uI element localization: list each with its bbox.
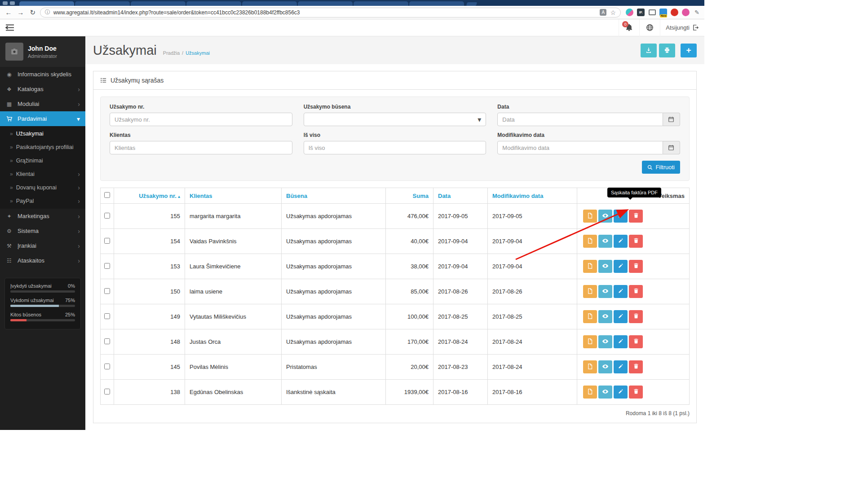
row-checkbox[interactable]: [104, 263, 110, 269]
total-input[interactable]: [304, 141, 486, 154]
browser-tab[interactable]: [354, 1, 408, 6]
invoice-pdf-button[interactable]: [583, 310, 597, 323]
logout-button[interactable]: Atsijungti: [660, 19, 704, 36]
edit-button[interactable]: [614, 310, 628, 323]
delete-button[interactable]: [629, 360, 643, 373]
new-tab-button[interactable]: [466, 2, 478, 6]
sort-by-date[interactable]: Data: [438, 193, 451, 199]
address-bar[interactable]: ⓘ www.agregatai.lt/siteadmin14/index.php…: [40, 8, 621, 18]
sidebar-subitem[interactable]: »Dovanų kuponai›: [0, 181, 85, 194]
forward-button[interactable]: →: [16, 8, 26, 18]
address-url[interactable]: www.agregatai.lt/siteadmin14/index.php?r…: [53, 9, 597, 16]
sidebar-item[interactable]: Pardavimai▾: [0, 111, 85, 126]
invoice-pdf-button[interactable]: [583, 386, 597, 399]
language-globe-button[interactable]: [639, 19, 660, 36]
breadcrumb-home[interactable]: Pradžia: [163, 50, 180, 56]
select-all-checkbox[interactable]: [104, 192, 110, 198]
invoice-pdf-button[interactable]: [583, 360, 597, 373]
back-button[interactable]: ←: [4, 8, 13, 18]
view-button[interactable]: [598, 310, 612, 323]
sort-by-total[interactable]: Suma: [413, 193, 429, 199]
invoice-pdf-button[interactable]: [583, 210, 597, 223]
sidebar-item[interactable]: ▦Moduliai›: [0, 96, 85, 111]
delete-button[interactable]: [629, 260, 643, 273]
bookmark-star-icon[interactable]: ☆: [610, 9, 616, 16]
row-checkbox[interactable]: [104, 288, 110, 294]
modified-date-picker-button[interactable]: [663, 141, 680, 154]
browser-tab[interactable]: [19, 1, 74, 6]
refresh-button[interactable]: ↻: [28, 8, 38, 18]
sidebar-item[interactable]: ☷Ataskaitos›: [0, 253, 85, 268]
translate-icon[interactable]: A: [600, 9, 606, 16]
pink-extension-icon[interactable]: [682, 9, 690, 16]
sort-by-modified[interactable]: Modifikavimo data: [492, 193, 543, 199]
sort-by-status[interactable]: Būsena: [286, 193, 307, 199]
row-checkbox[interactable]: [104, 313, 110, 319]
sidebar-subitem[interactable]: »Grąžinimai: [0, 154, 85, 167]
sidebar-subitem[interactable]: »PayPal›: [0, 194, 85, 208]
site-info-icon[interactable]: ⓘ: [45, 9, 50, 16]
sidebar-subitem[interactable]: »Užsakymai: [0, 127, 85, 140]
edit-button[interactable]: [614, 386, 628, 399]
sidebar-toggle-button[interactable]: [5, 24, 14, 31]
row-checkbox[interactable]: [104, 389, 110, 394]
delete-button[interactable]: [629, 386, 643, 399]
delete-button[interactable]: [629, 310, 643, 323]
view-button[interactable]: [598, 335, 612, 348]
browser-tab[interactable]: [75, 1, 130, 6]
browser-tab[interactable]: [409, 1, 464, 6]
view-button[interactable]: [598, 210, 612, 223]
sidebar-subitem[interactable]: »Klientai›: [0, 167, 85, 181]
print-button[interactable]: [659, 44, 675, 57]
row-checkbox[interactable]: [104, 338, 110, 344]
sidebar-subitem[interactable]: »Pasikartojantys profiliai: [0, 140, 85, 154]
row-checkbox[interactable]: [104, 364, 110, 369]
ip-extension-icon[interactable]: IP.: [637, 9, 645, 16]
order-status-select[interactable]: ▾: [304, 113, 486, 126]
view-button[interactable]: [598, 235, 612, 248]
edit-button[interactable]: [614, 335, 628, 348]
edit-button[interactable]: [614, 235, 628, 248]
sort-by-customer[interactable]: Klientas: [190, 193, 212, 199]
browser-tab[interactable]: [186, 1, 241, 6]
view-button[interactable]: [598, 260, 612, 273]
layout-extension-icon[interactable]: [648, 9, 656, 16]
delete-button[interactable]: [629, 235, 643, 248]
sidebar-item[interactable]: ◉Informacinis skydelis: [0, 67, 85, 82]
sort-by-order-nr[interactable]: Užsakymo nr.▴: [139, 193, 180, 199]
edit-button[interactable]: [614, 285, 628, 298]
date-input[interactable]: [497, 113, 663, 126]
browser-tab[interactable]: [298, 1, 353, 6]
view-button[interactable]: [598, 360, 612, 373]
view-button[interactable]: [598, 386, 612, 399]
edit-extension-icon[interactable]: ✎: [693, 9, 701, 16]
invoice-pdf-button[interactable]: [583, 285, 597, 298]
screenshot-extension-icon[interactable]: New: [659, 9, 667, 16]
invoice-pdf-button[interactable]: [583, 260, 597, 273]
sidebar-item[interactable]: ✦Marketingas›: [0, 209, 85, 224]
delete-button[interactable]: [629, 335, 643, 348]
date-picker-button[interactable]: [663, 113, 680, 126]
invoice-pdf-button[interactable]: [583, 335, 597, 348]
row-checkbox[interactable]: [104, 213, 110, 219]
modified-date-input[interactable]: [497, 141, 663, 154]
sidebar-item[interactable]: ⚒Įrankiai›: [0, 238, 85, 253]
browser-tab[interactable]: [131, 1, 186, 6]
delete-button[interactable]: [629, 285, 643, 298]
view-button[interactable]: [598, 285, 612, 298]
sidebar-item[interactable]: ❖Katalogas›: [0, 82, 85, 96]
notifications-button[interactable]: 0: [619, 19, 639, 36]
browser-tab[interactable]: [242, 1, 297, 6]
export-button[interactable]: [641, 44, 657, 57]
edit-button[interactable]: [614, 260, 628, 273]
sidebar-item[interactable]: ⚙Sistema›: [0, 224, 85, 238]
add-order-button[interactable]: +: [681, 44, 697, 57]
breadcrumb-current[interactable]: Užsakymai: [186, 50, 210, 56]
avatar[interactable]: [5, 43, 23, 61]
invoice-pdf-button[interactable]: [583, 235, 597, 248]
colorpicker-extension-icon[interactable]: [626, 9, 633, 16]
row-checkbox[interactable]: [104, 238, 110, 244]
order-nr-input[interactable]: [110, 113, 292, 126]
adblock-extension-icon[interactable]: [671, 9, 678, 16]
delete-button[interactable]: [629, 210, 643, 223]
